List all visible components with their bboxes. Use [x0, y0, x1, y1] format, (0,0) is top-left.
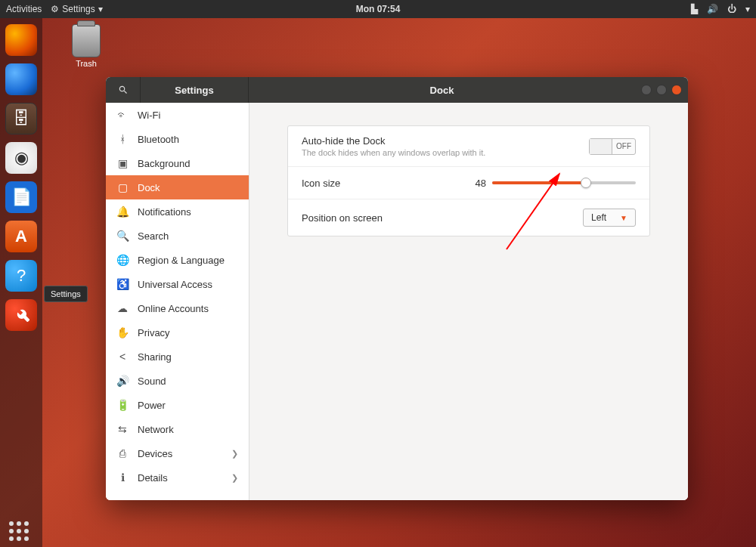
bluetooth-icon: ᚼ [116, 133, 129, 145]
slider-fill [492, 181, 586, 184]
accessibility-icon: ♿ [116, 278, 129, 290]
window-title: Dock [249, 77, 635, 103]
clock[interactable]: Mon 07:54 [356, 4, 401, 14]
firefox-launcher[interactable] [5, 24, 37, 56]
chevron-down-icon: ▼ [620, 214, 627, 222]
chevron-down-icon: ▾ [98, 4, 103, 14]
app-menu-label: Settings [62, 4, 94, 14]
power-icon: 🔋 [116, 399, 129, 411]
details-icon: ℹ [116, 471, 129, 484]
toggle-knob [590, 139, 612, 154]
sidebar-item-label: Power [138, 400, 166, 411]
settings-content: Auto-hide the Dock The dock hides when a… [249, 103, 688, 500]
settings-icon: ⚙ [51, 4, 59, 14]
maximize-button[interactable] [656, 85, 667, 95]
position-label: Position on screen [302, 212, 383, 224]
titlebar: Settings Dock [106, 77, 688, 103]
activities-button[interactable]: Activities [6, 4, 42, 14]
settings-sidebar: ᯤWi-FiᚼBluetooth▣Background▢Dock🔔Notific… [106, 103, 249, 500]
autohide-title: Auto-hide the Dock [302, 135, 589, 147]
cloud-icon: ☁ [116, 302, 129, 314]
share-icon: < [116, 351, 129, 363]
sidebar-item-label: Search [138, 230, 169, 242]
volume-icon[interactable]: 🔊 [707, 4, 718, 14]
sidebar-item-network[interactable]: ⇆Network [106, 417, 249, 441]
sidebar-item-sharing[interactable]: <Sharing [106, 345, 249, 369]
rhythmbox-launcher[interactable]: ◉ [5, 142, 37, 174]
sidebar-item-label: Background [138, 158, 190, 169]
autohide-toggle[interactable]: OFF [589, 138, 636, 155]
sidebar-item-label: Online Accounts [138, 303, 209, 314]
wifi-icon: ᯤ [116, 109, 129, 121]
globe-icon: 🌐 [116, 254, 129, 266]
sidebar-item-label: Devices [138, 448, 172, 459]
sidebar-item-label: Universal Access [138, 279, 212, 290]
sidebar-item-details[interactable]: ℹDetails❯ [106, 465, 249, 490]
sidebar-item-privacy[interactable]: ✋Privacy [106, 320, 249, 345]
network-icon[interactable]: ▙ [691, 4, 698, 14]
sidebar-item-label: Sound [138, 375, 166, 387]
sound-icon: 🔊 [116, 375, 129, 387]
thunderbird-launcher[interactable] [5, 63, 37, 95]
sidebar-item-universal-access[interactable]: ♿Universal Access [106, 272, 249, 296]
icon-size-value: 48 [476, 178, 486, 189]
top-bar: Activities ⚙ Settings ▾ Mon 07:54 ▙ 🔊 ⏻ … [0, 0, 756, 18]
chevron-down-icon[interactable]: ▾ [745, 4, 750, 14]
show-applications-button[interactable] [9, 521, 29, 541]
icon-size-slider[interactable] [492, 181, 636, 184]
files-launcher[interactable]: 🗄 [5, 103, 37, 134]
toggle-state-label: OFF [612, 139, 635, 154]
sidebar-item-dock[interactable]: ▢Dock [106, 175, 249, 199]
sidebar-item-wi-fi[interactable]: ᯤWi-Fi [106, 103, 249, 127]
position-dropdown[interactable]: Left ▼ [583, 209, 636, 227]
settings-launcher[interactable] [5, 299, 37, 331]
autohide-subtitle: The dock hides when any windows overlap … [302, 148, 589, 157]
help-launcher[interactable]: ? [5, 260, 37, 292]
sidebar-item-devices[interactable]: ⎙Devices❯ [106, 441, 249, 465]
power-icon[interactable]: ⏻ [727, 4, 736, 14]
slider-thumb[interactable] [581, 178, 591, 188]
sidebar-item-region-language[interactable]: 🌐Region & Language [106, 248, 249, 272]
wrench-gear-icon [11, 305, 31, 325]
position-value: Left [591, 212, 606, 223]
libreoffice-writer-launcher[interactable]: 📄 [5, 181, 37, 213]
sidebar-item-online-accounts[interactable]: ☁Online Accounts [106, 296, 249, 320]
sidebar-title: Settings [141, 77, 249, 103]
minimize-button[interactable] [641, 85, 652, 95]
sidebar-item-label: Sharing [138, 351, 172, 363]
close-button[interactable] [671, 85, 682, 95]
icon-size-label: Icon size [302, 178, 340, 189]
dock-panel: Auto-hide the Dock The dock hides when a… [287, 125, 650, 236]
dock-tooltip: Settings [44, 286, 88, 302]
dock-icon: ▢ [116, 181, 129, 193]
sidebar-item-label: Region & Language [138, 255, 225, 266]
sidebar-item-label: Details [138, 472, 168, 484]
sidebar-item-bluetooth[interactable]: ᚼBluetooth [106, 127, 249, 151]
sidebar-item-notifications[interactable]: 🔔Notifications [106, 199, 249, 224]
sidebar-item-label: Privacy [138, 327, 170, 338]
background-icon: ▣ [116, 157, 129, 169]
bell-icon: 🔔 [116, 206, 129, 218]
sidebar-item-power[interactable]: 🔋Power [106, 393, 249, 417]
sidebar-item-sound[interactable]: 🔊Sound [106, 369, 249, 393]
sidebar-item-label: Network [138, 424, 174, 435]
app-menu[interactable]: ⚙ Settings ▾ [51, 4, 102, 14]
sidebar-item-label: Dock [138, 182, 160, 193]
chevron-right-icon: ❯ [231, 449, 238, 459]
dock: 🗄 ◉ 📄 ? [0, 18, 42, 547]
sidebar-item-background[interactable]: ▣Background [106, 151, 249, 175]
ubuntu-software-launcher[interactable] [5, 221, 37, 252]
search-button[interactable] [106, 77, 141, 103]
autohide-row: Auto-hide the Dock The dock hides when a… [288, 126, 649, 167]
trash-icon [72, 24, 101, 57]
sidebar-item-search[interactable]: 🔍Search [106, 224, 249, 248]
sidebar-item-label: Wi-Fi [138, 110, 160, 121]
trash-desktop-icon[interactable]: Trash [64, 24, 109, 68]
sidebar-item-label: Bluetooth [138, 134, 179, 145]
search-icon [118, 85, 129, 95]
chevron-right-icon: ❯ [231, 473, 238, 483]
position-row: Position on screen Left ▼ [288, 199, 649, 236]
settings-window: Settings Dock ᯤWi-FiᚼBluetooth▣Backgroun… [106, 77, 688, 500]
devices-icon: ⎙ [116, 447, 129, 459]
sidebar-item-label: Notifications [138, 206, 191, 218]
